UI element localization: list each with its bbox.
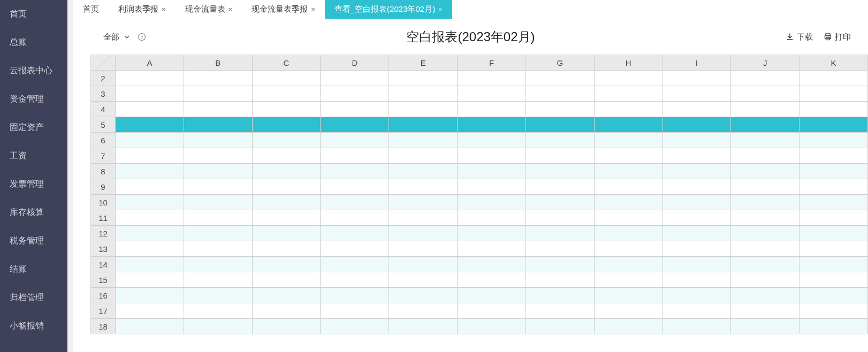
cell-I8[interactable] <box>663 164 731 179</box>
cell-A18[interactable] <box>116 319 184 334</box>
cell-I14[interactable] <box>663 257 731 272</box>
cell-C10[interactable] <box>252 195 321 210</box>
cell-F7[interactable] <box>458 148 526 164</box>
cell-E4[interactable] <box>389 102 458 117</box>
cell-I16[interactable] <box>663 288 731 303</box>
cell-E12[interactable] <box>389 226 458 241</box>
cell-E3[interactable] <box>389 86 458 102</box>
cell-K6[interactable] <box>800 133 868 148</box>
cell-A11[interactable] <box>116 210 184 226</box>
cell-G5[interactable] <box>526 117 594 133</box>
cell-B14[interactable] <box>184 257 252 272</box>
cell-J11[interactable] <box>731 210 800 226</box>
cell-K7[interactable] <box>800 148 868 164</box>
cell-A8[interactable] <box>116 164 184 179</box>
cell-F2[interactable] <box>458 71 526 86</box>
row-header-10[interactable]: 10 <box>91 195 116 210</box>
cell-A6[interactable] <box>116 133 184 148</box>
cell-F11[interactable] <box>458 210 526 226</box>
sidebar-item-3[interactable]: 资金管理 <box>0 85 67 113</box>
row-header-17[interactable]: 17 <box>91 303 116 319</box>
sidebar-item-11[interactable]: 小畅报销 <box>0 312 67 340</box>
cell-G12[interactable] <box>526 226 594 241</box>
row-header-7[interactable]: 7 <box>91 148 116 164</box>
cell-G8[interactable] <box>526 164 594 179</box>
cell-A3[interactable] <box>116 86 184 102</box>
cell-F15[interactable] <box>458 272 526 288</box>
cell-J6[interactable] <box>731 133 800 148</box>
sidebar-item-8[interactable]: 税务管理 <box>0 227 67 255</box>
cell-K2[interactable] <box>800 71 868 86</box>
cell-J2[interactable] <box>731 71 800 86</box>
cell-J17[interactable] <box>731 303 800 319</box>
cell-J18[interactable] <box>731 319 800 334</box>
cell-H3[interactable] <box>594 86 663 102</box>
spreadsheet[interactable]: ABCDEFGHIJK23456789101112131415161718 <box>90 55 868 352</box>
cell-I9[interactable] <box>663 179 731 195</box>
col-header-H[interactable]: H <box>594 55 663 71</box>
sidebar-scrollbar-track[interactable] <box>67 0 73 352</box>
cell-E10[interactable] <box>389 195 458 210</box>
cell-A15[interactable] <box>116 272 184 288</box>
cell-D6[interactable] <box>321 133 389 148</box>
cell-H8[interactable] <box>594 164 663 179</box>
cell-G9[interactable] <box>526 179 594 195</box>
cell-H12[interactable] <box>594 226 663 241</box>
cell-I6[interactable] <box>663 133 731 148</box>
cell-C16[interactable] <box>252 288 321 303</box>
cell-B12[interactable] <box>184 226 252 241</box>
print-button[interactable]: 打印 <box>824 32 851 42</box>
cell-I13[interactable] <box>663 241 731 257</box>
cell-F4[interactable] <box>458 102 526 117</box>
cell-K12[interactable] <box>800 226 868 241</box>
cell-B17[interactable] <box>184 303 252 319</box>
cell-I12[interactable] <box>663 226 731 241</box>
cell-G11[interactable] <box>526 210 594 226</box>
cell-G6[interactable] <box>526 133 594 148</box>
cell-D2[interactable] <box>321 71 389 86</box>
row-header-2[interactable]: 2 <box>91 71 116 86</box>
cell-F17[interactable] <box>458 303 526 319</box>
row-header-16[interactable]: 16 <box>91 288 116 303</box>
row-header-3[interactable]: 3 <box>91 86 116 102</box>
cell-G14[interactable] <box>526 257 594 272</box>
close-icon[interactable]: × <box>438 5 443 13</box>
cell-J10[interactable] <box>731 195 800 210</box>
cell-H4[interactable] <box>594 102 663 117</box>
sidebar-item-9[interactable]: 结账 <box>0 255 67 284</box>
cell-E13[interactable] <box>389 241 458 257</box>
cell-A5[interactable] <box>116 117 184 133</box>
cell-I3[interactable] <box>663 86 731 102</box>
cell-E9[interactable] <box>389 179 458 195</box>
cell-A7[interactable] <box>116 148 184 164</box>
col-header-K[interactable]: K <box>800 55 868 71</box>
cell-D16[interactable] <box>321 288 389 303</box>
cell-D9[interactable] <box>321 179 389 195</box>
filter-dropdown[interactable]: 全部 ? <box>103 32 146 42</box>
cell-C18[interactable] <box>252 319 321 334</box>
cell-B10[interactable] <box>184 195 252 210</box>
cell-J9[interactable] <box>731 179 800 195</box>
cell-F14[interactable] <box>458 257 526 272</box>
cell-B5[interactable] <box>184 117 252 133</box>
cell-B13[interactable] <box>184 241 252 257</box>
cell-K15[interactable] <box>800 272 868 288</box>
sidebar-item-6[interactable]: 发票管理 <box>0 170 67 198</box>
help-icon[interactable]: ? <box>138 33 146 41</box>
col-header-B[interactable]: B <box>184 55 252 71</box>
cell-K9[interactable] <box>800 179 868 195</box>
cell-D12[interactable] <box>321 226 389 241</box>
cell-G16[interactable] <box>526 288 594 303</box>
cell-B2[interactable] <box>184 71 252 86</box>
tab-1[interactable]: 利润表季报× <box>109 0 176 19</box>
download-button[interactable]: 下载 <box>786 32 813 42</box>
cell-J14[interactable] <box>731 257 800 272</box>
cell-K17[interactable] <box>800 303 868 319</box>
cell-K18[interactable] <box>800 319 868 334</box>
row-header-18[interactable]: 18 <box>91 319 116 334</box>
cell-I17[interactable] <box>663 303 731 319</box>
cell-C2[interactable] <box>252 71 321 86</box>
cell-D13[interactable] <box>321 241 389 257</box>
cell-C9[interactable] <box>252 179 321 195</box>
cell-H5[interactable] <box>594 117 663 133</box>
